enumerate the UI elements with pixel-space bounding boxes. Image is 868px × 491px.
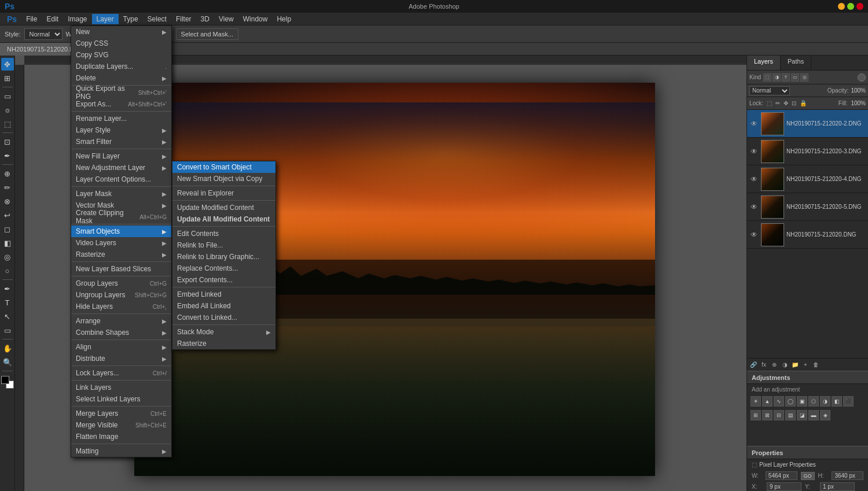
menu-item-help[interactable]: Help <box>272 14 296 24</box>
opacity-value[interactable]: 100% <box>851 87 866 94</box>
layer-item[interactable]: 👁 NH20190715-212020.DNG <box>747 221 868 249</box>
levels-icon[interactable]: ▲ <box>762 396 773 407</box>
pen-tool[interactable]: ✒ <box>1 282 14 295</box>
menu-item-hide-layers[interactable]: Hide Layers Ctrl+, <box>71 301 171 312</box>
menu-item-type[interactable]: Type <box>119 14 143 24</box>
menu-item-view[interactable]: View <box>214 14 238 24</box>
layer-visibility-toggle[interactable]: 👁 <box>749 147 759 156</box>
maximize-button[interactable] <box>847 3 854 10</box>
submenu-item-stack-mode[interactable]: Stack Mode ▶ <box>172 326 275 338</box>
gradient-map-icon[interactable]: ▬ <box>808 410 819 420</box>
exposure-icon[interactable]: ◯ <box>785 396 796 407</box>
photo-filter-icon[interactable]: ⬛ <box>843 396 854 407</box>
submenu-item-edit-contents[interactable]: Edit Contents <box>172 228 275 239</box>
menu-item-group-layers[interactable]: Group Layers Ctrl+G <box>71 278 171 289</box>
lock-image-icon[interactable]: ✏ <box>775 100 780 106</box>
menu-item-copy-svg[interactable]: Copy SVG <box>71 49 171 61</box>
menu-item-filter[interactable]: Filter <box>171 14 196 24</box>
crop-tool[interactable]: ⊡ <box>1 135 14 148</box>
lock-transparent-icon[interactable]: ⬚ <box>767 100 772 106</box>
menu-item-flatten-image[interactable]: Flatten Image <box>71 431 171 442</box>
menu-item-layer-style[interactable]: Layer Style ▶ <box>71 124 171 136</box>
submenu-item-reveal-in-explorer[interactable]: Reveal in Explorer <box>172 187 275 199</box>
type-tool[interactable]: T <box>1 296 14 309</box>
submenu-item-replace-contents[interactable]: Replace Contents... <box>172 263 275 274</box>
foreground-swatch[interactable] <box>1 376 9 384</box>
submenu-item-embed-all-linked[interactable]: Embed All Linked <box>172 300 275 312</box>
layer-item[interactable]: 👁 NH20190715-212020-5.DNG <box>747 193 868 221</box>
menu-item-delete[interactable]: Delete ▶ <box>71 72 171 84</box>
brightness-contrast-icon[interactable]: ☀ <box>751 396 761 407</box>
submenu-item-convert-to-smart-object[interactable]: Convert to Smart Object <box>172 161 275 173</box>
add-adjustment-icon[interactable]: ◑ <box>781 361 789 369</box>
menu-item-merge-layers[interactable]: Merge Layers Ctrl+E <box>71 408 171 419</box>
quick-select-tool[interactable]: ⬚ <box>1 117 14 130</box>
menu-item-layer-mask[interactable]: Layer Mask ▶ <box>71 188 171 200</box>
menu-item-ps[interactable]: Ps <box>2 13 21 25</box>
menu-item-lock-layers[interactable]: Lock Layers... Ctrl+/ <box>71 367 171 379</box>
style-select[interactable]: Normal <box>24 28 62 40</box>
channel-mixer-icon[interactable]: ⊞ <box>751 410 761 420</box>
layer-visibility-toggle[interactable]: 👁 <box>749 119 759 128</box>
bw-icon[interactable]: ◧ <box>832 396 842 407</box>
menu-item-link-layers[interactable]: Link Layers <box>71 382 171 393</box>
menu-item-combine-shapes[interactable]: Combine Shapes ▶ <box>71 327 171 338</box>
eraser-tool[interactable]: ◻ <box>1 223 14 235</box>
posterize-icon[interactable]: ▤ <box>785 410 796 420</box>
lock-all-icon[interactable]: 🔒 <box>800 100 807 106</box>
menu-item-align[interactable]: Align ▶ <box>71 341 171 353</box>
menu-item-select[interactable]: Select <box>143 14 171 24</box>
select-and-mask-button[interactable]: Select and Mask... <box>176 28 239 40</box>
color-lookup-icon[interactable]: ⊠ <box>762 410 773 420</box>
menu-item-edit[interactable]: Edit <box>42 14 63 24</box>
menu-item-new[interactable]: New ▶ <box>71 26 171 38</box>
menu-item-distribute[interactable]: Distribute ▶ <box>71 353 171 364</box>
link-layers-icon[interactable]: 🔗 <box>749 361 757 369</box>
hsl-icon[interactable]: ⬡ <box>808 396 819 407</box>
menu-item-3d[interactable]: 3D <box>196 14 214 24</box>
submenu-item-relink-to-file[interactable]: Relink to File... <box>172 239 275 251</box>
submenu-item-update-modified[interactable]: Update Modified Content <box>172 202 275 213</box>
add-mask-icon[interactable]: ⊕ <box>770 361 778 369</box>
curves-icon[interactable]: ∿ <box>774 396 784 407</box>
menu-item-new-layer-based-slices[interactable]: New Layer Based Slices <box>71 263 171 275</box>
tab-layers[interactable]: Layers <box>747 56 781 70</box>
color-balance-icon[interactable]: ◑ <box>820 396 830 407</box>
menu-item-quick-export[interactable]: Quick Export as PNG Shift+Ctrl+' <box>71 87 171 98</box>
healing-brush-tool[interactable]: ⊕ <box>1 167 14 180</box>
selective-color-icon[interactable]: ◈ <box>820 410 830 420</box>
history-brush-tool[interactable]: ↩ <box>1 209 14 221</box>
menu-item-copy-css[interactable]: Copy CSS <box>71 38 171 49</box>
menu-item-window[interactable]: Window <box>238 14 273 24</box>
layer-visibility-toggle[interactable]: 👁 <box>749 175 759 184</box>
submenu-item-embed-linked[interactable]: Embed Linked <box>172 289 275 300</box>
tab-paths[interactable]: Paths <box>781 56 811 70</box>
submenu-item-update-all-modified[interactable]: Update All Modified Content <box>172 213 275 225</box>
fill-value[interactable]: 100% <box>851 100 866 106</box>
menu-item-new-fill-layer[interactable]: New Fill Layer ▶ <box>71 150 171 162</box>
submenu-item-rasterize[interactable]: Rasterize <box>172 338 275 349</box>
menu-item-rename-layer[interactable]: Rename Layer... <box>71 113 171 124</box>
marquee-tool[interactable]: ▭ <box>1 90 14 102</box>
dodge-tool[interactable]: ○ <box>1 264 14 277</box>
go-button[interactable]: GO <box>801 472 815 480</box>
menu-item-rasterize[interactable]: Rasterize ▶ <box>71 249 171 260</box>
lasso-tool[interactable]: ⌾ <box>1 104 14 116</box>
menu-item-image[interactable]: Image <box>63 14 91 24</box>
layer-item[interactable]: 👁 NH20190715-212020-4.DNG <box>747 165 868 193</box>
menu-item-matting[interactable]: Matting ▶ <box>71 445 171 457</box>
zoom-tool[interactable]: 🔍 <box>1 356 14 368</box>
menu-item-merge-visible[interactable]: Merge Visible Shift+Ctrl+E <box>71 419 171 431</box>
menu-item-duplicate-layers[interactable]: Duplicate Layers... . <box>71 61 171 72</box>
minimize-button[interactable] <box>838 3 845 10</box>
menu-item-ungroup-layers[interactable]: Ungroup Layers Shift+Ctrl+G <box>71 289 171 301</box>
threshold-icon[interactable]: ◪ <box>797 410 807 420</box>
layer-visibility-toggle[interactable]: 👁 <box>749 230 759 239</box>
lock-artboard-icon[interactable]: ⊡ <box>792 100 796 106</box>
vibrance-icon[interactable]: ▣ <box>797 396 807 407</box>
submenu-item-export-contents[interactable]: Export Contents... <box>172 274 275 286</box>
menu-item-video-layers[interactable]: Video Layers ▶ <box>71 237 171 249</box>
hand-tool[interactable]: ✋ <box>1 342 14 355</box>
layer-visibility-toggle[interactable]: 👁 <box>749 202 759 212</box>
shape-tool[interactable]: ▭ <box>1 324 14 337</box>
